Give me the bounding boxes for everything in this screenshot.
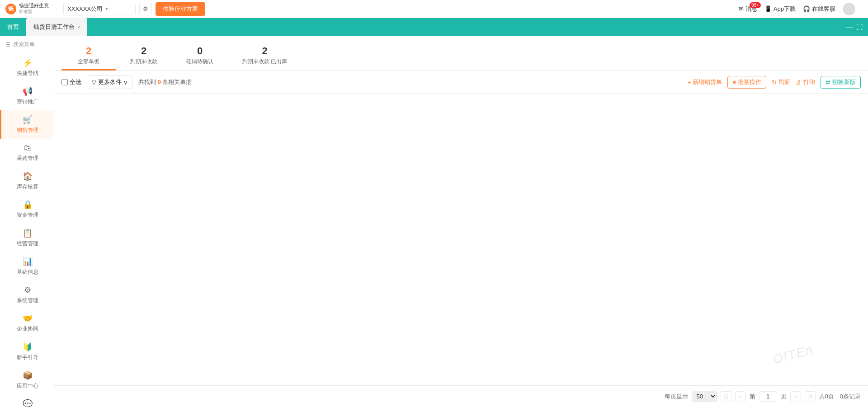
stat-label-pending-confirm: 旺辅待确认 bbox=[186, 58, 213, 65]
page-label-end: 页 bbox=[781, 393, 787, 401]
page-input[interactable] bbox=[759, 391, 777, 402]
sidebar-item-label: 库存核算 bbox=[17, 183, 38, 191]
total-info: 共0页，0条记录 bbox=[819, 393, 861, 401]
sidebar-item-label: 资金管理 bbox=[17, 211, 38, 219]
batch-icon: ≡ bbox=[732, 79, 736, 86]
select-all-checkbox[interactable] bbox=[61, 79, 68, 85]
stat-label-overdue-not-shipped: 到期未收款 已出库 bbox=[242, 58, 287, 65]
print-icon: 🖨 bbox=[796, 79, 802, 86]
sidebar-item-system[interactable]: ⚙ 系统管理 bbox=[0, 281, 54, 309]
wechat-icon: 💬 bbox=[23, 399, 33, 407]
service-icon: 🎧 bbox=[803, 5, 810, 12]
stat-label-overdue-unpaid: 到期未收款 bbox=[130, 58, 157, 65]
app-center-icon: 📦 bbox=[23, 370, 33, 380]
stat-num-all: 2 bbox=[86, 45, 91, 57]
guide-icon: 🔰 bbox=[23, 342, 33, 352]
chevron-down-icon: ▼ bbox=[104, 6, 109, 11]
workbench-tab-label: 钱货日清工作台 bbox=[33, 23, 75, 31]
stat-tab-all[interactable]: 2 全部单据 bbox=[61, 42, 116, 70]
batch-operation-button[interactable]: ≡ 批量操作 bbox=[727, 76, 766, 89]
app-download-button[interactable]: 📱 App下载 bbox=[764, 5, 796, 13]
select-all-container: 全选 bbox=[61, 78, 81, 86]
stat-tab-pending-confirm[interactable]: 0 旺辅待确认 bbox=[172, 42, 228, 70]
sidebar-item-inventory[interactable]: 🏠 库存核算 bbox=[0, 167, 54, 195]
main-layout: ☰ 搜索菜单 ⚡ 快捷导航 📢 营销推广 🛒 销售管理 🛍 采购管理 🏠 库存核… bbox=[0, 36, 868, 407]
page-size-select[interactable]: 50 100 200 bbox=[692, 391, 717, 402]
sidebar-item-label: 企业协同 bbox=[17, 325, 38, 333]
sidebar-item-label: 经营管理 bbox=[17, 240, 38, 248]
stat-tab-overdue-unpaid[interactable]: 2 到期未收款 bbox=[116, 42, 172, 70]
page-label: 第 bbox=[750, 393, 755, 401]
sidebar-item-label: 采购管理 bbox=[17, 154, 38, 162]
stat-tab-overdue-not-shipped[interactable]: 2 到期未收款 已出库 bbox=[228, 42, 302, 70]
last-page-button[interactable]: ⟩⟩ bbox=[805, 391, 816, 402]
result-text: 共找到 0 条相关单据 bbox=[138, 78, 192, 86]
prev-page-button[interactable]: ＜ bbox=[735, 391, 746, 402]
basic-info-icon: 📊 bbox=[23, 257, 33, 267]
company-selector[interactable]: XXXXXX公司 ▼ bbox=[63, 3, 136, 15]
sidebar-item-quick-nav[interactable]: ⚡ 快捷导航 bbox=[0, 53, 54, 82]
refresh-button[interactable]: ↻ 刷新 bbox=[772, 78, 790, 86]
filter-button[interactable]: ▽ 更多条件 ∨ bbox=[87, 75, 133, 89]
sidebar-item-marketing[interactable]: 📢 营销推广 bbox=[0, 82, 54, 110]
sidebar-item-label: 系统管理 bbox=[17, 297, 38, 304]
user-avatar[interactable] bbox=[843, 3, 855, 15]
tab-workbench[interactable]: 钱货日清工作台 × bbox=[26, 18, 87, 36]
sidebar-item-enterprise[interactable]: 🤝 企业协同 bbox=[0, 309, 54, 337]
app-download-label: App下载 bbox=[774, 5, 796, 13]
operations-icon: 📋 bbox=[23, 228, 33, 238]
settings-button[interactable]: ⚙ bbox=[139, 3, 152, 15]
maximize-icon[interactable]: ⛶ bbox=[856, 23, 863, 31]
sidebar-item-label: 应用中心 bbox=[17, 382, 38, 390]
top-bar-right: ✉ 消息 99+ 📱 App下载 🎧 在线客服 bbox=[739, 3, 863, 15]
sidebar-item-label: 基础信息 bbox=[17, 268, 38, 276]
sidebar: ☰ 搜索菜单 ⚡ 快捷导航 📢 营销推广 🛒 销售管理 🛍 采购管理 🏠 库存核… bbox=[0, 36, 54, 407]
add-sales-order-button[interactable]: + 新增销货单 bbox=[688, 78, 722, 86]
sidebar-item-purchase[interactable]: 🛍 采购管理 bbox=[0, 139, 54, 167]
minimize-icon[interactable]: — bbox=[846, 23, 853, 31]
sidebar-search[interactable]: ☰ 搜索菜单 bbox=[0, 36, 54, 53]
add-label: 新增销货单 bbox=[693, 78, 722, 86]
next-page-button[interactable]: ＞ bbox=[790, 391, 801, 402]
sidebar-item-basic-info[interactable]: 📊 基础信息 bbox=[0, 252, 54, 281]
sidebar-item-wechat[interactable]: 💬 企业微信 bbox=[0, 394, 54, 407]
switch-version-button[interactable]: ⇄ 切换新版 bbox=[821, 76, 861, 89]
messages-button[interactable]: ✉ 消息 99+ bbox=[739, 5, 757, 13]
first-page-button[interactable]: ⟨⟨ bbox=[721, 391, 731, 402]
sidebar-item-guide[interactable]: 🔰 新手引导 bbox=[0, 337, 54, 366]
tab-close-icon[interactable]: × bbox=[77, 24, 80, 30]
trial-button[interactable]: 体验行业方案 bbox=[156, 2, 205, 16]
marketing-icon: 📢 bbox=[23, 86, 33, 96]
logo-text: 畅捷通好生意 标准版 bbox=[19, 3, 49, 15]
sidebar-item-sales[interactable]: 🛒 销售管理 bbox=[0, 110, 54, 139]
print-button[interactable]: 🖨 打印 bbox=[796, 78, 815, 86]
refresh-icon: ↻ bbox=[772, 79, 777, 86]
page-size-label: 每页显示 bbox=[665, 393, 688, 401]
sidebar-item-app-center[interactable]: 📦 应用中心 bbox=[0, 366, 54, 394]
refresh-label: 刷新 bbox=[778, 78, 790, 86]
switch-label: 切换新版 bbox=[832, 78, 856, 86]
finance-icon: 🔒 bbox=[23, 200, 33, 210]
download-icon: 📱 bbox=[764, 5, 772, 12]
print-label: 打印 bbox=[803, 78, 815, 86]
sidebar-item-finance[interactable]: 🔒 资金管理 bbox=[0, 195, 54, 224]
logo-area: 畅 畅捷通好生意 标准版 bbox=[5, 3, 60, 15]
inventory-icon: 🏠 bbox=[23, 171, 33, 181]
stat-num-pending-confirm: 0 bbox=[197, 45, 203, 57]
sidebar-item-label: 快捷导航 bbox=[17, 70, 38, 77]
company-name: XXXXXX公司 bbox=[67, 5, 103, 13]
system-icon: ⚙ bbox=[24, 285, 31, 295]
switch-icon: ⇄ bbox=[826, 79, 830, 86]
result-count: 0 bbox=[158, 79, 161, 85]
search-label: 搜索菜单 bbox=[13, 41, 35, 48]
tab-bar: 首页 钱货日清工作台 × — ⛶ bbox=[0, 18, 868, 36]
sidebar-item-operations[interactable]: 📋 经营管理 bbox=[0, 224, 54, 252]
tab-home[interactable]: 首页 bbox=[0, 18, 26, 36]
sidebar-item-label: 营销推广 bbox=[17, 98, 38, 106]
select-all-label: 全选 bbox=[70, 78, 81, 86]
toolbar: 全选 ▽ 更多条件 ∨ 共找到 0 条相关单据 + 新增销货单 ≡ 批量操作 bbox=[54, 71, 868, 94]
filter-chevron-icon: ∨ bbox=[123, 79, 128, 86]
filter-label: 更多条件 bbox=[98, 78, 122, 86]
online-service-button[interactable]: 🎧 在线客服 bbox=[803, 5, 835, 13]
stat-label-all: 全部单据 bbox=[78, 58, 99, 65]
